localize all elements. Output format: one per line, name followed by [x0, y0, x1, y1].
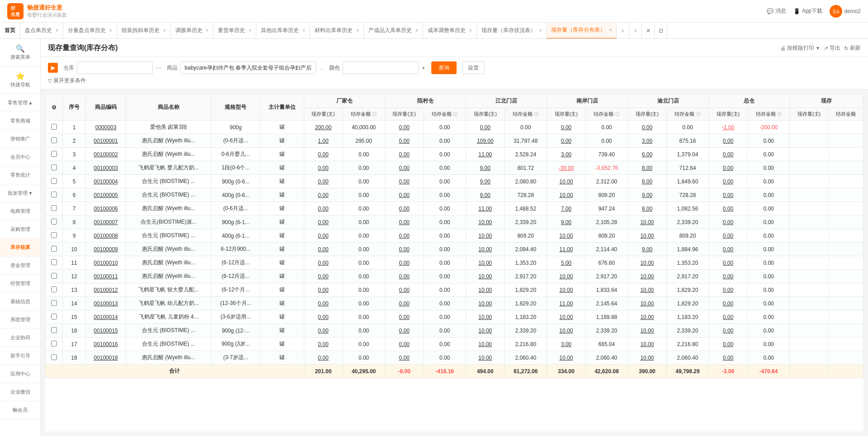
color-dropdown-icon[interactable]: ▼ — [421, 66, 426, 70]
cell-yb-stock[interactable]: 3.00 — [627, 134, 666, 148]
cell-check[interactable] — [46, 161, 63, 175]
cell-yb-stock[interactable]: 10.00 — [627, 216, 666, 229]
tab-stockstatus[interactable]: 现存量（库存状况表） × — [477, 23, 547, 39]
cell-check[interactable] — [46, 148, 63, 161]
cell-yb-stock[interactable]: 10.00 — [627, 351, 666, 365]
user-area[interactable]: Ea demo2 — [830, 5, 861, 18]
cell-check[interactable] — [46, 188, 63, 202]
cell-code[interactable]: 00100001 — [86, 134, 126, 148]
cell-yb-stock[interactable]: 10.00 — [627, 297, 666, 310]
close-icon[interactable]: × — [469, 28, 472, 33]
cell-v-stock[interactable]: 0.00 — [385, 134, 424, 148]
cell-f-stock[interactable]: 0.00 — [304, 202, 343, 216]
tab-materialout[interactable]: 材料出库单历史 × — [310, 23, 364, 39]
cell-code[interactable]: 00100006 — [86, 202, 126, 216]
sidebar-item-nav[interactable]: ⭐ 快捷导航 — [0, 66, 40, 94]
cell-code[interactable]: 00100018 — [86, 351, 126, 365]
export-btn[interactable]: ↗ 导出 — [824, 44, 840, 52]
cell-t-stock[interactable]: 0.00 — [709, 216, 748, 229]
cell-v-stock[interactable]: 0.00 — [385, 256, 424, 270]
cell-yb-stock[interactable]: 8.00 — [627, 161, 666, 175]
cell-v-stock[interactable]: 0.00 — [385, 338, 424, 351]
cell-check[interactable] — [46, 283, 63, 297]
cell-na-stock[interactable]: -39.00 — [547, 161, 585, 175]
cell-yb-stock[interactable]: 8.00 — [627, 202, 666, 216]
cell-na-stock[interactable]: 9.00 — [547, 216, 585, 229]
cell-code[interactable]: 00100012 — [86, 283, 126, 297]
cell-t-stock[interactable]: 0.00 — [709, 283, 748, 297]
close-icon[interactable]: × — [356, 28, 359, 33]
cell-jb-stock[interactable]: 10.00 — [466, 351, 505, 365]
cell-na-stock[interactable]: 10.00 — [547, 310, 585, 324]
cell-f-stock[interactable]: 0.00 — [304, 175, 343, 188]
tab-scroll-left[interactable]: ‹ — [617, 23, 629, 39]
cell-code[interactable]: 00100005 — [86, 188, 126, 202]
sidebar-item-vip[interactable]: 畅会员 — [0, 401, 40, 419]
cell-t-stock[interactable]: 0.00 — [709, 134, 748, 148]
cell-check[interactable] — [46, 297, 63, 310]
cell-yb-stock[interactable]: 10.00 — [627, 310, 666, 324]
cell-t-stock[interactable]: 0.00 — [709, 297, 748, 310]
cell-f-stock[interactable]: 200.00 — [304, 121, 343, 134]
cell-v-stock[interactable]: 0.00 — [385, 202, 424, 216]
cell-f-stock[interactable]: 0.00 — [304, 229, 343, 243]
sidebar-item-wechat[interactable]: 企业微信 — [0, 383, 40, 401]
cell-t-stock[interactable]: 0.00 — [709, 338, 748, 351]
sidebar-item-search[interactable]: 🔍 搜索英单 — [0, 39, 40, 66]
close-icon[interactable]: × — [163, 28, 166, 33]
cell-t-stock[interactable]: 0.00 — [709, 229, 748, 243]
sidebar-item-basic[interactable]: 基础信息 — [0, 293, 40, 311]
cell-f-stock[interactable]: 0.00 — [304, 243, 343, 256]
cell-jb-stock[interactable]: 10.00 — [466, 297, 505, 310]
sidebar-item-member[interactable]: 会员中心 — [0, 148, 40, 166]
th-gear[interactable]: ⚙ — [46, 94, 63, 121]
msg-btn[interactable]: 💬 消息 — [767, 7, 786, 15]
cell-t-stock[interactable]: 0.00 — [709, 256, 748, 270]
cell-f-stock[interactable]: 0.00 — [304, 216, 343, 229]
cell-v-stock[interactable]: 0.00 — [385, 229, 424, 243]
tab-partcount[interactable]: 分量盘点单历史 × — [63, 23, 117, 39]
cell-t-stock[interactable]: 0.00 — [709, 188, 748, 202]
expand-toggle-btn[interactable]: ▶ — [48, 63, 58, 73]
close-icon[interactable]: × — [206, 28, 209, 33]
cell-yb-stock[interactable]: 9.00 — [627, 243, 666, 256]
cell-jb-stock[interactable]: 10.00 — [466, 229, 505, 243]
cell-na-stock[interactable]: 5.00 — [547, 256, 585, 270]
cell-v-stock[interactable]: 0.00 — [385, 351, 424, 365]
cell-code[interactable]: 00100009 — [86, 243, 126, 256]
cell-t-stock[interactable]: 0.00 — [709, 148, 748, 161]
cell-t-stock[interactable]: 0.00 — [709, 161, 748, 175]
query-button[interactable]: 查询 — [431, 61, 457, 74]
cell-f-stock[interactable]: 0.00 — [304, 338, 343, 351]
cell-na-stock[interactable]: 10.00 — [547, 229, 585, 243]
cell-t-stock[interactable]: 0.00 — [709, 351, 748, 365]
sidebar-item-inventory[interactable]: 库存核算 — [0, 239, 40, 257]
tab-expand[interactable]: ⊡ — [655, 23, 667, 39]
cell-jb-stock[interactable]: 10.00 — [466, 216, 505, 229]
cell-v-stock[interactable]: 0.00 — [385, 188, 424, 202]
cell-yb-stock[interactable]: 10.00 — [627, 283, 666, 297]
cell-yb-stock[interactable]: 10.00 — [627, 270, 666, 283]
cell-t-stock[interactable]: 0.00 — [709, 310, 748, 324]
cell-v-stock[interactable]: 0.00 — [385, 121, 424, 134]
cell-yb-stock[interactable]: 10.00 — [627, 256, 666, 270]
cell-na-stock[interactable]: 10.00 — [547, 324, 585, 338]
tab-costadjust[interactable]: 成本调整单历史 × — [423, 23, 477, 39]
cell-yb-stock[interactable]: 10.00 — [627, 229, 666, 243]
cell-check[interactable] — [46, 310, 63, 324]
cell-t-stock[interactable]: 0.00 — [709, 202, 748, 216]
close-icon[interactable]: × — [539, 28, 542, 33]
cell-code[interactable]: 00100002 — [86, 148, 126, 161]
cell-na-stock[interactable]: 7.00 — [547, 202, 585, 216]
cell-na-stock[interactable]: 10.00 — [547, 351, 585, 365]
sidebar-item-finance[interactable]: 资金管理 — [0, 257, 40, 275]
cell-na-stock[interactable]: 10.00 — [547, 270, 585, 283]
cell-check[interactable] — [46, 270, 63, 283]
cell-jb-stock[interactable]: 109.00 — [466, 134, 505, 148]
cell-jb-stock[interactable]: 10.00 — [466, 256, 505, 270]
sidebar-item-system[interactable]: 系统管理 — [0, 311, 40, 329]
tab-scroll-right[interactable]: › — [629, 23, 642, 39]
cell-t-stock[interactable]: 0.00 — [709, 175, 748, 188]
cell-jb-stock[interactable]: 10.00 — [466, 338, 505, 351]
cell-jb-stock[interactable]: 11.00 — [466, 202, 505, 216]
